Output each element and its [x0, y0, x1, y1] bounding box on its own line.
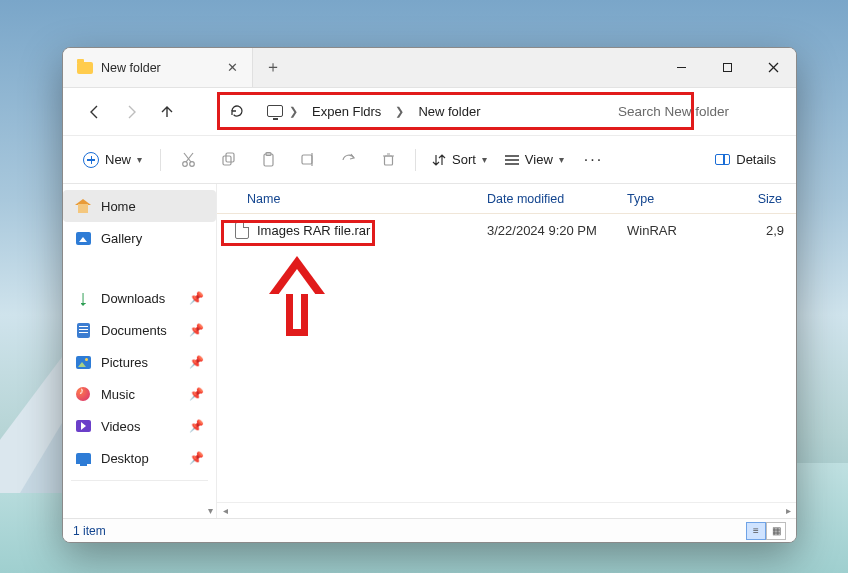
sidebar-item-label: Desktop: [101, 451, 149, 466]
sort-button[interactable]: Sort ▾: [424, 146, 495, 173]
tab-close-icon[interactable]: ✕: [227, 60, 238, 75]
separator: [160, 149, 161, 171]
sidebar-item-home[interactable]: Home: [63, 190, 216, 222]
sidebar-item-desktop[interactable]: Desktop 📌: [63, 442, 216, 474]
chevron-right-icon[interactable]: ❯: [287, 105, 300, 118]
svg-rect-12: [302, 155, 312, 164]
forward-button[interactable]: [113, 94, 149, 130]
minimize-button[interactable]: [658, 48, 704, 87]
explorer-body: Home Gallery ⭣ Downloads 📌 Documents: [63, 184, 796, 518]
new-tab-button[interactable]: ＋: [253, 48, 293, 87]
pin-icon: 📌: [189, 355, 204, 369]
sidebar-item-music[interactable]: Music 📌: [63, 378, 216, 410]
delete-button[interactable]: [369, 142, 407, 178]
breadcrumb-segment[interactable]: Expen Fldrs: [304, 100, 389, 123]
sidebar-item-gallery[interactable]: Gallery: [63, 222, 216, 254]
sort-label: Sort: [452, 152, 476, 167]
annotation-up-arrow: [269, 256, 325, 294]
status-item-count: 1 item: [73, 524, 106, 538]
plus-icon: [83, 152, 99, 168]
details-view-mode-button[interactable]: ≡: [746, 522, 766, 540]
details-label: Details: [736, 152, 776, 167]
desktop-icon: [75, 450, 91, 466]
column-header-size[interactable]: Size: [727, 192, 796, 206]
file-date: 3/22/2024 9:20 PM: [477, 223, 617, 238]
pin-icon: 📌: [189, 323, 204, 337]
column-header-name[interactable]: Name: [217, 192, 477, 206]
new-button[interactable]: New ▾: [73, 146, 152, 174]
pin-icon: 📌: [189, 387, 204, 401]
paste-button[interactable]: [249, 142, 287, 178]
pictures-icon: [75, 354, 91, 370]
sidebar-item-label: Home: [101, 199, 136, 214]
scroll-right-icon[interactable]: ▸: [780, 505, 796, 516]
status-bar: 1 item ≡ ▦: [63, 518, 796, 542]
chevron-right-icon[interactable]: ❯: [393, 105, 406, 118]
videos-icon: [75, 418, 91, 434]
sidebar-item-label: Pictures: [101, 355, 148, 370]
annotation-file-highlight: [221, 220, 375, 246]
view-button[interactable]: View ▾: [497, 146, 572, 173]
column-header-date[interactable]: Date modified: [477, 192, 617, 206]
documents-icon: [75, 322, 91, 338]
horizontal-scrollbar[interactable]: ◂ ▸: [217, 502, 796, 518]
address-bar[interactable]: ❯ Expen Fldrs ❯ New folder: [223, 94, 489, 128]
command-bar: New ▾ Sort ▾ View ▾ ···: [63, 136, 796, 184]
search-box[interactable]: [618, 94, 738, 128]
column-header-type[interactable]: Type: [617, 192, 727, 206]
sidebar-item-label: Downloads: [101, 291, 165, 306]
close-button[interactable]: [750, 48, 796, 87]
cut-button[interactable]: [169, 142, 207, 178]
sidebar-scroll-down-icon[interactable]: ▾: [208, 505, 213, 516]
sidebar-item-documents[interactable]: Documents 📌: [63, 314, 216, 346]
breadcrumb-segment[interactable]: New folder: [410, 100, 488, 123]
maximize-button[interactable]: [704, 48, 750, 87]
up-button[interactable]: [149, 94, 185, 130]
pin-icon: 📌: [189, 419, 204, 433]
large-icons-view-mode-button[interactable]: ▦: [766, 522, 786, 540]
sort-icon: [432, 153, 446, 167]
svg-rect-8: [223, 156, 231, 165]
sidebar-item-label: Videos: [101, 419, 141, 434]
file-size: 2,9: [727, 223, 796, 238]
svg-point-5: [189, 162, 194, 167]
view-icon: [505, 154, 519, 166]
navigation-bar: ❯ Expen Fldrs ❯ New folder: [63, 88, 796, 136]
separator: [415, 149, 416, 171]
desktop-wallpaper: New folder ✕ ＋: [0, 0, 848, 573]
this-pc-icon: [267, 103, 283, 119]
back-button[interactable]: [77, 94, 113, 130]
share-button[interactable]: [329, 142, 367, 178]
chevron-down-icon: ▾: [559, 154, 564, 165]
sidebar-item-label: Documents: [101, 323, 167, 338]
file-type: WinRAR: [617, 223, 727, 238]
search-input[interactable]: [618, 104, 738, 119]
view-label: View: [525, 152, 553, 167]
sidebar-item-label: Gallery: [101, 231, 142, 246]
sidebar-item-downloads[interactable]: ⭣ Downloads 📌: [63, 282, 216, 314]
folder-icon: [77, 62, 93, 74]
sidebar-divider: [71, 480, 208, 481]
file-list-area: Name Date modified Type Size Images RAR …: [217, 184, 796, 518]
file-explorer-window: New folder ✕ ＋: [62, 47, 797, 543]
pin-icon: 📌: [189, 451, 204, 465]
rename-button[interactable]: [289, 142, 327, 178]
sidebar-item-pictures[interactable]: Pictures 📌: [63, 346, 216, 378]
scroll-left-icon[interactable]: ◂: [217, 505, 233, 516]
svg-rect-1: [723, 64, 731, 72]
gallery-icon: [75, 230, 91, 246]
tab-title: New folder: [101, 61, 161, 75]
svg-rect-14: [384, 156, 392, 165]
svg-point-4: [182, 162, 187, 167]
more-button[interactable]: ···: [574, 145, 613, 175]
copy-button[interactable]: [209, 142, 247, 178]
titlebar: New folder ✕ ＋: [63, 48, 796, 88]
sidebar-item-videos[interactable]: Videos 📌: [63, 410, 216, 442]
refresh-button[interactable]: [223, 93, 251, 129]
chevron-down-icon: ▾: [137, 154, 142, 165]
details-pane-button[interactable]: Details: [705, 146, 786, 173]
pin-icon: 📌: [189, 291, 204, 305]
downloads-icon: ⭣: [75, 290, 91, 306]
new-label: New: [105, 152, 131, 167]
window-tab[interactable]: New folder ✕: [63, 48, 253, 87]
